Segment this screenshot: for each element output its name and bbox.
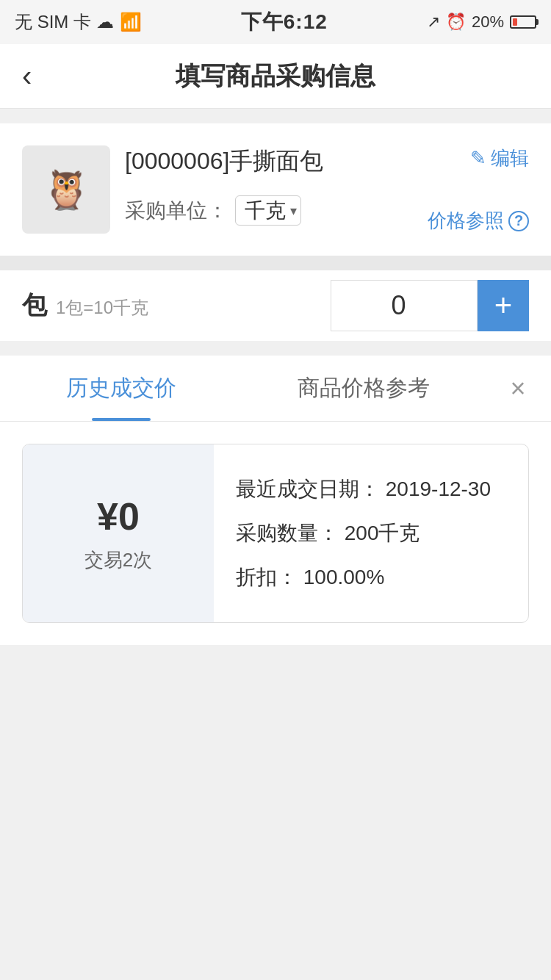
quantity-left: 包 1包=10千克: [22, 289, 148, 323]
history-purchase-qty-row: 采购数量： 200千克: [236, 518, 506, 549]
status-right: ↗ ⏰ 20%: [427, 12, 536, 32]
quantity-conversion: 1包=10千克: [56, 296, 148, 320]
tab-bar: 历史成交价 商品价格参考 ×: [0, 356, 551, 422]
history-recent-date-row: 最近成交日期： 2019-12-30: [236, 474, 506, 505]
sim-label: 无 SIM 卡 ☁: [15, 10, 114, 34]
quantity-unit-label: 包: [22, 289, 47, 323]
location-icon: ↗: [427, 12, 440, 32]
history-card-price-area: ¥0 交易2次: [23, 444, 214, 622]
recent-date-label: 最近成交日期：: [236, 478, 380, 500]
help-icon: ?: [508, 211, 529, 231]
unit-label: 采购单位：: [125, 197, 228, 225]
alarm-icon: ⏰: [446, 12, 466, 32]
quantity-row: 包 1包=10千克 +: [0, 270, 551, 341]
nav-bar: ‹ 填写商品采购信息: [0, 44, 551, 109]
history-trade-count: 交易2次: [84, 547, 152, 573]
status-left: 无 SIM 卡 ☁ 📶: [15, 10, 142, 34]
tab-close-button[interactable]: ×: [485, 356, 551, 421]
quantity-right: +: [331, 280, 529, 331]
history-discount-row: 折扣： 100.00%: [236, 562, 506, 593]
battery-icon: [510, 15, 536, 29]
section-divider: [0, 256, 551, 270]
tab-active-indicator: [92, 418, 151, 421]
product-image: 🦉: [22, 145, 110, 234]
edit-label: 编辑: [491, 145, 529, 171]
discount-label: 折扣：: [236, 566, 298, 588]
tab-section: 历史成交价 商品价格参考 × ¥0 交易2次 最近成交日期： 2019-12-3…: [0, 356, 551, 645]
status-time: 下午6:12: [241, 8, 328, 36]
product-name: [0000006]手撕面包: [125, 145, 529, 178]
history-card: ¥0 交易2次 最近成交日期： 2019-12-30 采购数量： 200千克 折…: [22, 444, 529, 623]
purchase-qty-value: 200千克: [345, 522, 420, 544]
history-price: ¥0: [97, 494, 140, 538]
status-bar: 无 SIM 卡 ☁ 📶 下午6:12 ↗ ⏰ 20%: [0, 0, 551, 44]
price-reference-button[interactable]: 价格参照 ?: [428, 208, 529, 234]
product-logo-icon: 🦉: [43, 167, 90, 212]
wifi-icon: 📶: [120, 12, 142, 32]
purchase-qty-label: 采购数量：: [236, 522, 339, 544]
history-content: ¥0 交易2次 最近成交日期： 2019-12-30 采购数量： 200千克 折…: [0, 422, 551, 645]
quantity-plus-button[interactable]: +: [478, 280, 529, 331]
bottom-empty-area: [0, 645, 551, 980]
unit-select[interactable]: 千克: [235, 195, 301, 226]
battery-percent: 20%: [472, 12, 504, 32]
edit-button[interactable]: ✎ 编辑: [470, 145, 529, 171]
tab-product-price-ref[interactable]: 商品价格参考: [242, 356, 485, 421]
edit-icon: ✎: [470, 147, 486, 170]
history-card-detail-area: 最近成交日期： 2019-12-30 采购数量： 200千克 折扣： 100.0…: [214, 444, 528, 622]
tab-history-price[interactable]: 历史成交价: [0, 356, 242, 421]
discount-value: 100.00%: [303, 566, 385, 588]
unit-select-wrapper[interactable]: 千克: [235, 195, 301, 226]
page-title: 填写商品采购信息: [176, 60, 375, 93]
price-ref-label: 价格参照: [428, 208, 504, 234]
back-button[interactable]: ‹: [22, 60, 32, 93]
product-card: 🦉 [0000006]手撕面包 采购单位： 千克 ✎ 编辑 价格参照 ?: [0, 123, 551, 256]
recent-date-value: 2019-12-30: [386, 478, 491, 500]
quantity-input[interactable]: [331, 280, 478, 331]
